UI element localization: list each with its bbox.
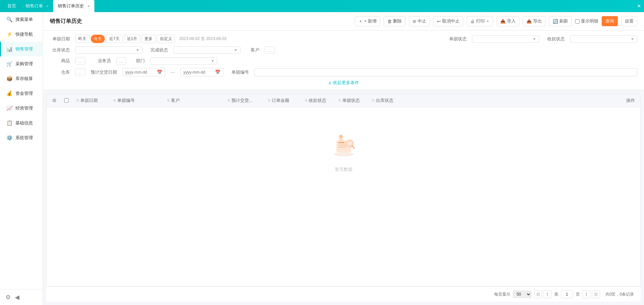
sidebar-label-quick-nav: 快捷导航 (15, 31, 33, 37)
sidebar-item-quick-nav[interactable]: ⚡ 快捷导航 (0, 27, 43, 42)
table-settings-icon[interactable]: ⚙ (52, 98, 56, 104)
sidebar-settings-icon[interactable]: ⚙ (5, 294, 11, 301)
th-status: ⇅ 单据状态 (336, 98, 369, 104)
bill-status-select[interactable]: ▼ (472, 35, 539, 43)
tab-sales-order[interactable]: 销售订单 × (21, 0, 53, 12)
page-last-button[interactable]: ⟩⟩ (592, 290, 600, 298)
out-status-label: 出库状态 (50, 47, 70, 53)
th-sort-delivery-icon[interactable]: ⇅ (227, 99, 230, 102)
svg-line-10 (339, 140, 341, 140)
delivery-start-cal-icon[interactable]: 📅 (157, 70, 162, 75)
date-btn-more[interactable]: 更多 (141, 35, 156, 43)
date-btn-yesterday[interactable]: 昨天 (75, 35, 89, 43)
refresh-button[interactable]: 🔄 刷新 (549, 16, 572, 26)
sidebar-collapse-icon[interactable]: ◀ (15, 294, 19, 301)
sidebar-item-purchase-mgmt[interactable]: 🛒 采购管理 (0, 56, 43, 71)
basic-info-icon: 📋 (6, 120, 13, 126)
table-header: ⚙ ⇅ 单据日期 ⇅ 单据编号 ⇅ 客户 ⇅ (47, 94, 640, 107)
sidebar-label-basic-info: 基础信息 (15, 120, 33, 126)
sidebar-item-search-menu[interactable]: 🔍 搜索菜单 (0, 12, 43, 27)
bill-no-input[interactable] (254, 68, 637, 76)
stop-button[interactable]: ⊘ 中止 (409, 16, 430, 26)
out-status-select[interactable]: ▼ (75, 46, 142, 54)
sidebar-item-finance[interactable]: 💰 资金管理 (0, 86, 43, 101)
operations-icon: 📈 (6, 105, 13, 111)
page-number-input[interactable] (561, 290, 573, 298)
sidebar-label-sales-mgmt: 销售管理 (15, 46, 33, 52)
sales-mgmt-icon: 📊 (6, 46, 13, 52)
th-sort-no-icon[interactable]: ⇅ (113, 99, 116, 102)
date-btn-1month[interactable]: 近1月 (124, 35, 140, 43)
print-button[interactable]: 🖨 打印 ▼ (467, 16, 493, 26)
tab-sales-order-history[interactable]: 销售订单历史 × (53, 0, 94, 12)
delivery-end-cal-icon[interactable]: 📅 (215, 70, 220, 75)
tab-sales-order-history-close[interactable]: × (87, 4, 89, 8)
salesman-picker[interactable]: ... (116, 57, 126, 65)
delivery-start-input[interactable] (125, 70, 156, 75)
complete-status-select[interactable]: ▼ (173, 46, 241, 54)
warehouse-picker[interactable]: ... (75, 69, 85, 76)
sidebar-item-basic-info[interactable]: 📋 基础信息 (0, 116, 43, 130)
th-sort-amount-icon[interactable]: ⇅ (268, 99, 270, 102)
page-first-button[interactable]: ⟨⟨ (534, 290, 542, 298)
svg-rect-4 (338, 147, 346, 148)
filter-area: 单据日期 昨天 今天 近7天 近1月 更多 自定义 2023-06-02 至 2… (43, 31, 644, 90)
import-button[interactable]: 📥 导入 (497, 16, 519, 26)
empty-state: 暂无数据 (47, 107, 640, 193)
date-btn-today[interactable]: 今天 (91, 35, 105, 43)
th-sort-outbound-icon[interactable]: ⇅ (372, 99, 375, 102)
tab-sales-order-close[interactable]: × (46, 4, 48, 8)
delivery-date-start[interactable]: 📅 (122, 68, 165, 76)
delivery-date-label: 预计交货日期 (91, 69, 117, 75)
delivery-date-end[interactable]: 📅 (180, 68, 223, 76)
sidebar-item-system-mgmt[interactable]: ⚙️ 系统管理 (0, 130, 43, 145)
page-title: 销售订单历史 (50, 18, 82, 25)
date-group: 昨天 今天 近7天 近1月 更多 自定义 (75, 35, 175, 43)
cancel-stop-button[interactable]: ↩ 取消中止 (433, 16, 463, 26)
dept-select[interactable]: ▼ (150, 57, 217, 65)
select-all-checkbox[interactable] (64, 98, 69, 103)
topbar-close-icon[interactable]: ✕ (637, 3, 641, 9)
th-delivery: ⇅ 预计交货... (225, 98, 265, 104)
th-amount: ⇅ 订单金额 (265, 98, 302, 104)
th-gear-cell: ⚙ (49, 98, 61, 104)
filter-row-1: 单据日期 昨天 今天 近7天 近1月 更多 自定义 2023-06-02 至 2… (50, 35, 637, 43)
delete-button[interactable]: 🗑 删除 (384, 16, 405, 26)
bill-no-label: 单据编号 (229, 69, 249, 75)
display-detail-checkbox[interactable]: 显示明细 (575, 18, 598, 24)
page-next-button[interactable]: ⟩ (583, 290, 591, 298)
receipt-status-select[interactable]: ▼ (570, 35, 637, 43)
tab-sales-order-label: 销售订单 (26, 3, 43, 9)
topbar-right: ✕ (637, 3, 641, 9)
page-size-select[interactable]: 50 10 20 100 (513, 291, 531, 298)
page-prev-button[interactable]: ⟨ (544, 290, 552, 298)
receipt-status-chevron: ▼ (631, 37, 634, 41)
th-sort-status-icon[interactable]: ⇅ (338, 99, 341, 102)
goods-picker[interactable]: ... (75, 57, 85, 65)
tab-home-label: 首页 (7, 3, 16, 9)
th-sort-customer-icon[interactable]: ⇅ (167, 99, 170, 102)
th-sort-date-icon[interactable]: ⇅ (76, 99, 79, 102)
customer-picker[interactable]: ... (265, 46, 275, 54)
export-button[interactable]: 📤 导出 (523, 16, 546, 26)
print-icon: 🖨 (470, 19, 475, 24)
settings-button[interactable]: 设置 (621, 16, 637, 26)
date-btn-custom[interactable]: 自定义 (157, 35, 175, 43)
collapse-btn[interactable]: ∧ 收起更多条件 (328, 80, 359, 86)
th-sort-receipt-icon[interactable]: ⇅ (305, 99, 307, 102)
delivery-end-input[interactable] (183, 70, 214, 75)
finance-icon: 💰 (6, 90, 13, 97)
th-checkbox-cell (61, 98, 74, 103)
bill-status-label: 单据状态 (446, 36, 467, 42)
sidebar-item-operations[interactable]: 📈 经营管理 (0, 101, 43, 116)
tab-home[interactable]: 首页 (3, 0, 21, 12)
table-area: ⚙ ⇅ 单据日期 ⇅ 单据编号 ⇅ 客户 ⇅ (46, 93, 641, 287)
warehouse-label: 仓库 (50, 69, 70, 75)
date-btn-7days[interactable]: 近7天 (106, 35, 123, 43)
new-button[interactable]: ＋ + 新增 (355, 16, 380, 26)
query-button[interactable]: 查询 (602, 16, 618, 26)
complete-status-label: 完成状态 (148, 47, 168, 53)
sidebar-item-inventory[interactable]: 📦 库存核算 (0, 71, 43, 86)
sidebar-label-operations: 经营管理 (15, 105, 33, 111)
sidebar-item-sales-mgmt[interactable]: 📊 销售管理 (0, 42, 43, 56)
